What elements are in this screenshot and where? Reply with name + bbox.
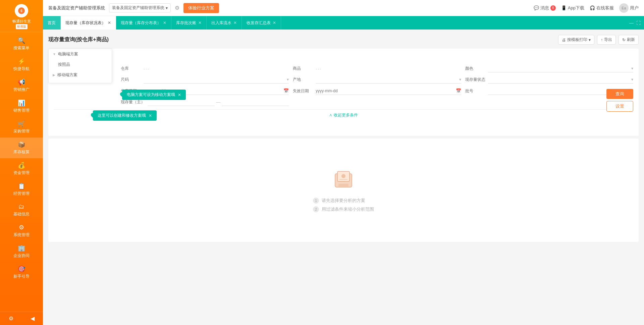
notifications-btn[interactable]: 💬 消息 8 [534,5,556,11]
calendar-icon[interactable]: 📅 [283,88,289,93]
topbar-system-select[interactable]: 装备及固定资产辅助管理系统 ▾ [109,3,171,12]
app-download-label: App下载 [568,5,584,11]
tab-batch-account-label: 库存批次账 [176,20,196,26]
tab-inventory-dist[interactable]: 现存量（库存分布表） ✕ [116,16,171,30]
app-download-btn[interactable]: 📱 App下载 [561,5,584,11]
tip-num-2: 2 [313,206,319,212]
search-button[interactable]: 查询 [606,89,633,99]
chevron-down-icon: ▼ [53,52,56,56]
sidebar-item-guide[interactable]: 🎯 新手引导 [0,262,43,283]
stock-status-select[interactable]: ▾ [488,76,633,84]
scheme-pc[interactable]: ▼ 电脑端方案 [49,49,112,59]
calendar-icon[interactable]: 📅 [456,88,461,93]
page-actions: 🖨 按模板打印 ▾ ↑ 导出 ↻ 刷新 [558,35,639,45]
collapse-label: 收起更多条件 [334,113,358,117]
tooltip-pc-scheme: 电脑方案可设为移动方案哦 ✕ [122,90,186,100]
goods-dots[interactable]: ··· [316,66,322,71]
warehouse-dots[interactable]: ··· [144,66,150,71]
tab-batch-account-close[interactable]: ✕ [198,20,202,25]
print-button[interactable]: 🖨 按模板打印 ▾ [558,35,594,45]
logo-icon: 6 [15,4,28,17]
main-area: 装备及固定资产辅助管理系统 装备及固定资产辅助管理系统 ▾ ⚙ 体验行业方案 💬… [43,0,644,325]
page-header: 现存量查询(按仓库+商品) 🖨 按模板打印 ▾ ↑ 导出 ↻ 刷新 [48,35,639,45]
print-icon: 🖨 [562,38,566,42]
sidebar-item-label: 销售管理 [13,108,30,113]
export-button[interactable]: ↑ 导出 [597,35,616,45]
sidebar-item-search-menu[interactable]: 🔍 搜索菜单 [0,34,43,54]
tooltip-create-scheme: 这里可以创建和修改方案哦 ✕ [93,110,157,121]
expire-date-wrap: 📅 [316,87,461,95]
sidebar-item-sales[interactable]: 📊 销售管理 [0,96,43,117]
warehouse-label: 仓库 [121,66,141,71]
tab-inventory-dist-close[interactable]: ✕ [163,20,166,25]
sidebar-item-label: 经营管理 [13,191,30,197]
tab-inventory-status[interactable]: 现存量（库存状况表） ✕ [61,16,116,30]
tab-batch-account[interactable]: 库存批次账 ✕ [171,16,207,30]
tooltip-pc-close[interactable]: ✕ [178,93,181,97]
scheme-by-sku[interactable]: 按照品 [49,59,112,70]
tab-inventory-dist-label: 现存量（库存分布表） [121,20,161,26]
sidebar-collapse-btn[interactable]: ◀ [31,315,35,322]
tab-fullscreen-icon[interactable]: ⛶ [636,20,641,25]
stock-qty-to[interactable] [222,98,289,106]
origin-select[interactable]: ▾ [316,76,461,84]
origin-label: 产地 [293,77,313,83]
color-select[interactable]: ▾ [488,65,633,72]
refresh-button[interactable]: ↻ 刷新 [619,35,639,45]
scheme-mobile-label: 移动端方案 [57,72,77,78]
filter-panel: 按以下方案查询 + ✎ ← ▼ 电脑端方案 按照品 [48,49,639,136]
sidebar-item-label: 快捷导航 [13,66,30,72]
scheme-mobile[interactable]: ▶ 移动端方案 [49,70,112,80]
size-label: 尺码 [121,77,141,83]
tab-inout-flow-close[interactable]: ✕ [233,20,237,25]
sidebar-item-label: 系统管理 [13,232,30,238]
sales-icon: 📊 [18,99,25,107]
online-support-btn[interactable]: 🎧 在线客服 [590,5,614,11]
user-menu[interactable]: Ea 用户 [619,3,639,13]
filter-row-2: 尺码 ▾ 产地 ▾ [121,76,633,84]
size-select[interactable]: ▾ [144,76,289,84]
sidebar-item-operation[interactable]: 📋 经营管理 [0,179,43,200]
sidebar-item-finance[interactable]: 💰 资金管理 [0,158,43,179]
sidebar-item-label: 企业协同 [13,253,30,259]
sidebar-item-quick-nav[interactable]: ⚡ 快捷导航 [0,54,43,75]
stock-qty-label: 现存量（主） [121,99,145,105]
experience-plan-button[interactable]: 体验行业方案 [183,3,219,13]
filter-color: 颜色 ▾ [465,65,633,72]
filter-warehouse: 仓库 ··· [121,65,289,72]
tooltip-pc-text: 电脑方案可设为移动方案哦 [127,92,175,98]
search-reset-btns: 查询 设置 [606,89,633,112]
logo-text: 畅通好生意 [12,19,31,23]
chevron-down-icon: ▾ [589,38,591,42]
chevron-right-icon: ▶ [53,73,55,77]
chevron-down-icon: ▾ [166,6,168,10]
export-icon: ↑ [601,38,603,42]
sidebar-item-inventory[interactable]: 📦 库存核算 [0,138,43,158]
sidebar-item-purchase[interactable]: 🛒 采购管理 [0,117,43,138]
sidebar-item-marketing[interactable]: 📢 营销推广 [0,75,43,96]
tab-receive-send-close[interactable]: ✕ [273,20,276,25]
tab-home[interactable]: 首页 [43,16,61,30]
sidebar-item-basic-info[interactable]: 🗂 基础信息 [0,200,43,220]
filter-stock-status: 现存量状态 ▾ [465,76,633,84]
sidebar-item-label: 资金管理 [13,170,30,176]
sidebar-item-enterprise[interactable]: 🏢 企业协同 [0,241,43,262]
sidebar-item-system[interactable]: ⚙ 系统管理 [0,220,43,241]
tooltip-create-close[interactable]: ✕ [149,113,152,118]
reset-button[interactable]: 设置 [606,101,633,112]
sidebar-item-label: 基础信息 [13,211,30,217]
tab-minimize-icon[interactable]: — [629,20,634,25]
sidebar: 6 畅通好生意 标准版 🔍 搜索菜单 ⚡ 快捷导航 📢 营销推广 📊 销售管理 … [0,0,43,325]
expire-date-input[interactable] [316,89,455,93]
filter-expire-date: 失效日期 📅 [293,87,461,95]
tab-inout-flow[interactable]: 出入库流水 ✕ [207,16,242,30]
svg-text:6: 6 [20,9,22,13]
filter-size: 尺码 ▾ [121,76,289,84]
filter-row-1: 仓库 ··· 商品 ··· 颜色 ▾ [121,65,633,72]
operation-icon: 📋 [18,182,25,190]
sidebar-settings-btn[interactable]: ⚙ [9,315,13,322]
topbar-gear-icon[interactable]: ⚙ [175,5,179,11]
sidebar-menu: 🔍 搜索菜单 ⚡ 快捷导航 📢 营销推广 📊 销售管理 🛒 采购管理 📦 库存核… [0,32,43,312]
tab-receive-send[interactable]: 收发存汇总表 ✕ [242,16,281,30]
tab-inventory-status-close[interactable]: ✕ [108,20,111,25]
